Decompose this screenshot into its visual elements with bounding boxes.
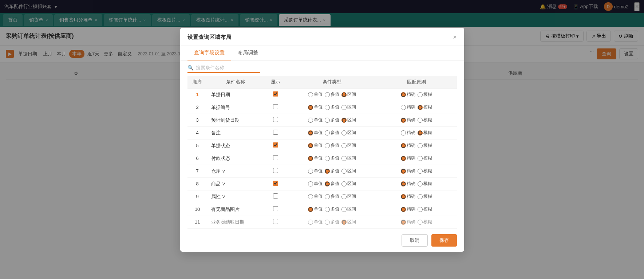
radio-type_single[interactable]: 单值 <box>308 193 323 200</box>
show-checkbox[interactable] <box>273 181 278 186</box>
modal-tab-query-fields[interactable]: 查询字段设置 <box>187 46 231 60</box>
radio-match_fuzzy[interactable]: 模糊 <box>418 117 432 123</box>
show-checkbox[interactable] <box>273 219 278 224</box>
row-show <box>264 203 288 216</box>
cancel-button[interactable]: 取消 <box>402 234 428 247</box>
modal-tab-query-label: 查询字段设置 <box>194 50 225 55</box>
row-order: 8 <box>187 177 208 190</box>
radio-type_single[interactable]: 单值 <box>308 130 323 136</box>
modal-conditions-table: 顺序 条件名称 显示 条件类型 匹配原则 1单据日期单值多值区间精确模糊2单据编… <box>187 76 457 229</box>
radio-type_range[interactable]: 区间 <box>341 193 356 200</box>
radio-type_multi[interactable]: 多值 <box>325 206 339 212</box>
row-type: 单值多值区间 <box>288 139 376 152</box>
radio-type_single[interactable]: 单值 <box>308 155 323 161</box>
radio-type_multi[interactable]: 多值 <box>325 142 339 149</box>
row-name: 有无商品图片 <box>208 203 264 216</box>
radio-type_single[interactable]: 单值 <box>308 181 323 187</box>
col-name-header: 条件名称 <box>208 76 264 89</box>
radio-match_exact[interactable]: 精确 <box>401 219 415 225</box>
radio-type_range[interactable]: 区间 <box>341 142 356 149</box>
radio-match_fuzzy[interactable]: 模糊 <box>418 181 432 187</box>
radio-type_range[interactable]: 区间 <box>341 168 356 174</box>
row-order: 4 <box>187 126 208 139</box>
radio-match_exact[interactable]: 精确 <box>401 181 415 187</box>
radio-type_single[interactable]: 单值 <box>308 168 323 174</box>
radio-type_range[interactable]: 区间 <box>341 91 356 98</box>
row-match: 精确模糊 <box>376 152 457 165</box>
save-button[interactable]: 保存 <box>431 234 457 247</box>
row-name: 属性 ∨ <box>208 190 264 203</box>
radio-type_multi[interactable]: 多值 <box>325 181 339 187</box>
radio-type_single[interactable]: 单值 <box>308 104 323 110</box>
radio-match_fuzzy[interactable]: 模糊 <box>418 193 432 200</box>
radio-type_single[interactable]: 单值 <box>308 91 323 98</box>
show-checkbox[interactable] <box>273 130 278 135</box>
radio-match_exact[interactable]: 精确 <box>401 91 415 98</box>
show-checkbox[interactable] <box>273 155 278 160</box>
radio-match_exact[interactable]: 精确 <box>401 155 415 161</box>
radio-match_fuzzy[interactable]: 模糊 <box>418 104 432 110</box>
radio-type_multi[interactable]: 多值 <box>325 130 339 136</box>
row-show <box>264 216 288 228</box>
modal-header: 设置查询区域布局 × <box>180 28 464 46</box>
show-checkbox[interactable] <box>273 104 278 109</box>
row-type: 单值多值区间 <box>288 177 376 190</box>
radio-type_single[interactable]: 单值 <box>308 117 323 123</box>
row-show <box>264 152 288 165</box>
radio-match_fuzzy[interactable]: 模糊 <box>418 142 432 149</box>
radio-type_single[interactable]: 单值 <box>308 219 323 225</box>
radio-type_multi[interactable]: 多值 <box>325 219 339 225</box>
radio-type_multi[interactable]: 多值 <box>325 104 339 110</box>
radio-type_single[interactable]: 单值 <box>308 206 323 212</box>
page-bg: 采购订单统计表(按供应商) 🖨 按模板打印 ▾ ↗ 导出 ↺ 刷新 ▶ 单据日期… <box>0 27 644 279</box>
row-name: 预计到货日期 <box>208 114 264 126</box>
show-checkbox[interactable] <box>273 117 278 122</box>
radio-match_exact[interactable]: 精确 <box>401 206 415 212</box>
radio-type_multi[interactable]: 多值 <box>325 117 339 123</box>
row-name: 备注 <box>208 126 264 139</box>
radio-type_multi[interactable]: 多值 <box>325 91 339 98</box>
radio-match_fuzzy[interactable]: 模糊 <box>418 155 432 161</box>
radio-match_fuzzy[interactable]: 模糊 <box>418 91 432 98</box>
modal-condition-row: 4备注单值多值区间精确模糊 <box>187 126 457 139</box>
radio-type_range[interactable]: 区间 <box>341 181 356 187</box>
radio-match_exact[interactable]: 精确 <box>401 168 415 174</box>
show-checkbox[interactable] <box>273 206 278 211</box>
row-show <box>264 177 288 190</box>
radio-match_fuzzy[interactable]: 模糊 <box>418 219 432 225</box>
row-name: 业务员结账日期 <box>208 216 264 228</box>
radio-match_exact[interactable]: 精确 <box>401 117 415 123</box>
radio-match_fuzzy[interactable]: 模糊 <box>418 168 432 174</box>
modal-tab-layout[interactable]: 布局调整 <box>231 46 265 60</box>
modal-condition-row: 2单据编号单值多值区间精确模糊 <box>187 101 457 114</box>
show-checkbox[interactable] <box>273 91 278 97</box>
row-name: 单据状态 <box>208 139 264 152</box>
show-checkbox[interactable] <box>273 142 278 148</box>
row-order: 9 <box>187 190 208 203</box>
radio-match_exact[interactable]: 精确 <box>401 104 415 110</box>
row-type: 单值多值区间 <box>288 203 376 216</box>
row-show <box>264 101 288 114</box>
radio-match_fuzzy[interactable]: 模糊 <box>418 130 432 136</box>
show-checkbox[interactable] <box>273 168 278 173</box>
show-checkbox[interactable] <box>273 193 278 199</box>
radio-match_fuzzy[interactable]: 模糊 <box>418 206 432 212</box>
modal-close-button[interactable]: × <box>453 34 457 41</box>
radio-match_exact[interactable]: 精确 <box>401 130 415 136</box>
radio-type_range[interactable]: 区间 <box>341 219 356 225</box>
radio-type_range[interactable]: 区间 <box>341 155 356 161</box>
row-order: 7 <box>187 165 208 177</box>
modal-condition-row: 1单据日期单值多值区间精确模糊 <box>187 88 457 101</box>
radio-type_range[interactable]: 区间 <box>341 117 356 123</box>
search-input[interactable] <box>196 65 254 70</box>
radio-match_exact[interactable]: 精确 <box>401 142 415 149</box>
radio-type_range[interactable]: 区间 <box>341 206 356 212</box>
radio-type_range[interactable]: 区间 <box>341 104 356 110</box>
radio-match_exact[interactable]: 精确 <box>401 193 415 200</box>
radio-type_multi[interactable]: 多值 <box>325 155 339 161</box>
radio-type_single[interactable]: 单值 <box>308 142 323 149</box>
radio-type_multi[interactable]: 多值 <box>325 168 339 174</box>
radio-type_multi[interactable]: 多值 <box>325 193 339 200</box>
radio-type_range[interactable]: 区间 <box>341 130 356 136</box>
row-show <box>264 165 288 177</box>
